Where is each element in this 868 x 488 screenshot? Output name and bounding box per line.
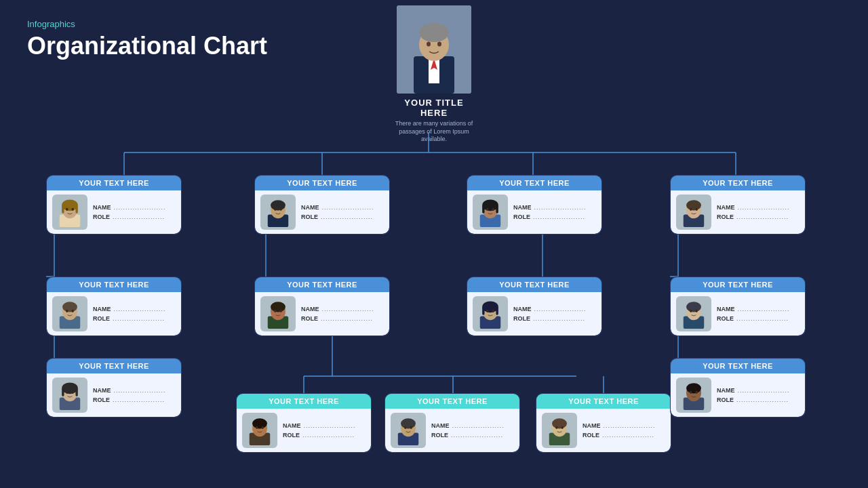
card-body-c9: NAME ...................... ROLE .......… [47,373,181,417]
person-info-c2: NAME ...................... ROLE .......… [301,204,374,220]
svg-point-62 [66,310,68,312]
svg-rect-48 [482,205,484,214]
svg-rect-35 [75,205,77,214]
role-row-c4: ROLE ...................... [717,214,790,220]
person-info-c4: NAME ...................... ROLE .......… [717,204,790,220]
name-label: NAME [93,387,111,394]
role-label: ROLE [583,432,599,439]
name-row-c12: NAME ...................... [583,422,656,429]
name-row-c6: NAME ...................... [301,306,374,312]
name-dots: ...................... [322,306,374,312]
name-label: NAME [513,306,532,312]
role-label: ROLE [717,214,734,220]
role-label: ROLE [717,396,734,403]
name-dots: ...................... [738,204,790,211]
name-label: NAME [301,306,319,312]
name-dots: ...................... [738,306,790,312]
svg-point-113 [686,383,701,393]
role-label: ROLE [513,214,530,220]
svg-rect-34 [62,205,64,214]
role-label: ROLE [301,315,318,322]
card-header-c12: YOUR TEXT HERE [536,394,671,409]
person-info-c12: NAME ...................... ROLE .......… [583,422,656,439]
org-card-c7: YOUR TEXT HERE NAME ....................… [467,277,602,336]
svg-point-114 [690,391,692,394]
person-info-c9: NAME ...................... ROLE .......… [93,387,166,403]
org-card-c6: YOUR TEXT HERE NAME ....................… [254,277,390,336]
card-body-c3: NAME ...................... ROLE .......… [467,190,601,234]
svg-point-109 [561,426,564,429]
card-header-c13: YOUR TEXT HERE [671,359,805,373]
svg-rect-89 [75,388,77,396]
card-body-c2: NAME ...................... ROLE .......… [255,190,389,234]
person-info-c11: NAME ...................... ROLE .......… [431,422,505,439]
svg-point-67 [271,302,285,312]
name-dots: ...................... [304,422,356,429]
svg-point-82 [690,310,692,312]
svg-point-77 [492,310,494,312]
name-row-c2: NAME ...................... [301,204,374,211]
role-row-c3: ROLE ...................... [513,214,587,220]
org-card-c12: YOUR TEXT HERE NAME ....................… [536,393,671,453]
svg-point-41 [271,200,285,210]
top-node-title: YOUR TITLE HERE [390,98,478,118]
role-label: ROLE [431,432,448,439]
card-header-c5: YOUR TEXT HERE [47,277,181,292]
header-section: Infographics Organizational Chart [27,19,267,60]
svg-point-33 [62,199,78,211]
card-body-c8: NAME ...................... ROLE .......… [671,292,805,336]
person-photo-c7 [473,296,508,331]
role-label: ROLE [717,315,734,322]
svg-point-73 [482,301,498,312]
svg-point-37 [72,208,74,211]
person-info-c6: NAME ...................... ROLE .......… [301,306,374,322]
svg-point-69 [280,310,282,312]
person-info-c1: NAME ...................... ROLE .......… [93,204,166,220]
name-dots: ...................... [534,306,587,312]
name-label: NAME [717,387,735,394]
org-card-c4: YOUR TEXT HERE NAME ....................… [670,175,806,235]
svg-point-57 [696,208,698,211]
name-row-c8: NAME ...................... [717,306,790,312]
name-row-c4: NAME ...................... [717,204,790,211]
role-label: ROLE [93,214,110,220]
card-body-c6: NAME ...................... ROLE .......… [255,292,389,336]
svg-point-76 [486,310,488,312]
svg-point-50 [486,208,488,211]
role-dots: ...................... [602,432,654,439]
org-card-c13: YOUR TEXT HERE NAME ....................… [670,358,806,418]
role-row-c2: ROLE ...................... [301,214,374,220]
org-card-c1: YOUR TEXT HERE NAME ....................… [46,175,182,235]
name-dots: ...................... [534,204,587,211]
person-photo-c9 [52,378,87,413]
role-row-c10: ROLE ...................... [283,432,356,439]
svg-rect-49 [496,205,498,214]
person-photo-c12 [542,413,577,448]
card-body-c10: NAME ...................... ROLE .......… [237,409,371,452]
svg-point-108 [555,426,557,429]
person-photo-c10 [242,413,277,448]
svg-point-61 [62,302,77,312]
person-photo-c11 [391,413,426,448]
name-row-c5: NAME ...................... [93,306,166,312]
name-label: NAME [93,306,111,312]
role-label: ROLE [93,315,110,322]
role-dots: ...................... [736,214,789,220]
role-dots: ...................... [321,214,373,220]
role-row-c13: ROLE ...................... [717,396,790,403]
card-body-c13: NAME ...................... ROLE .......… [671,373,805,417]
svg-point-43 [280,208,282,211]
role-label: ROLE [513,315,530,322]
card-header-c8: YOUR TEXT HERE [671,277,805,292]
svg-point-47 [482,199,498,211]
name-dots: ...................... [452,422,505,429]
role-dots: ...................... [321,315,373,322]
name-label: NAME [301,204,319,211]
card-header-c6: YOUR TEXT HERE [255,277,389,292]
name-row-c10: NAME ...................... [283,422,356,429]
role-label: ROLE [301,214,318,220]
card-header-c11: YOUR TEXT HERE [385,394,519,409]
card-header-c3: YOUR TEXT HERE [467,176,601,190]
svg-point-68 [274,310,276,312]
role-dots: ...................... [113,396,165,403]
